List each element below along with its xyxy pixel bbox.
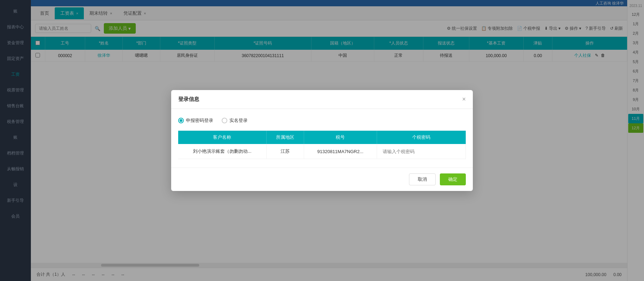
dialog-title: 登录信息 <box>178 96 199 103</box>
dialog-col-taxno: 税号 <box>304 131 377 144</box>
dialog-col-region: 所属地区 <box>266 131 304 144</box>
confirm-button[interactable]: 确定 <box>440 173 466 185</box>
modal-overlay: 登录信息 × 申报密码登录 实名登录 <box>0 0 644 281</box>
dialog-body: 申报密码登录 实名登录 客户名称 所属地区 税号 个税密码 <box>171 109 473 167</box>
dialog-cell-taxno: 91320811MA7NGR2... <box>304 144 377 159</box>
cancel-button[interactable]: 取消 <box>409 173 436 185</box>
dialog-cell-client: 刘小艳演示账套（勿删勿动... <box>178 144 266 159</box>
dialog-close-button[interactable]: × <box>462 96 466 103</box>
login-dialog: 登录信息 × 申报密码登录 实名登录 <box>171 90 473 191</box>
radio-password-label[interactable]: 申报密码登录 <box>178 117 213 124</box>
dialog-cell-region: 江苏 <box>266 144 304 159</box>
login-info-table: 客户名称 所属地区 税号 个税密码 刘小艳演示账套（勿删勿动... 江苏 913… <box>178 131 466 159</box>
radio-realname-dot <box>222 118 227 123</box>
dialog-header: 登录信息 × <box>171 90 473 109</box>
dialog-footer: 取消 确定 <box>171 167 473 191</box>
dialog-table-row: 刘小艳演示账套（勿删勿动... 江苏 91320811MA7NGR2... <box>178 144 466 159</box>
dialog-col-client: 客户名称 <box>178 131 266 144</box>
radio-password-dot <box>178 118 184 123</box>
radio-group: 申报密码登录 实名登录 <box>178 117 466 124</box>
app-container: 账 报表中心 资金管理 固定资产 工资 税票管理 销售台账 税务管理 账 档档管… <box>0 0 644 281</box>
radio-password-text: 申报密码登录 <box>186 117 213 124</box>
radio-realname-text: 实名登录 <box>229 117 248 124</box>
password-input[interactable] <box>383 149 460 154</box>
dialog-cell-password[interactable] <box>377 144 466 159</box>
radio-realname-label[interactable]: 实名登录 <box>222 117 248 124</box>
dialog-col-password: 个税密码 <box>377 131 466 144</box>
